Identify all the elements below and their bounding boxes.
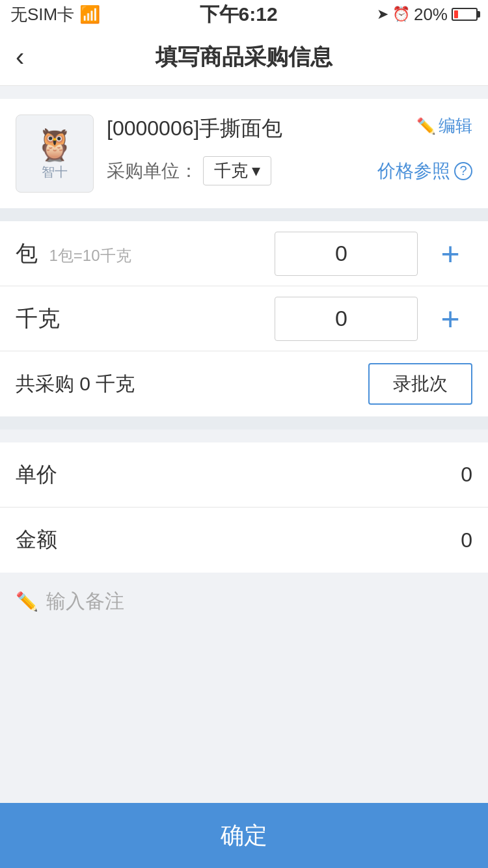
alarm-icon: ⏰ [392, 6, 410, 23]
price-ref-label: 价格参照 [377, 159, 450, 183]
bag-input-row: 包 1包=10千克 + [0, 221, 488, 286]
page-title: 填写商品采购信息 [156, 42, 332, 72]
summary-text: 共采购 0 千克 [16, 371, 135, 398]
unit-price-value: 0 [461, 463, 472, 487]
confirm-bar[interactable]: 确定 [0, 803, 488, 868]
location-icon: ➤ [377, 6, 388, 23]
confirm-button-label: 确定 [221, 820, 267, 852]
kg-label: 千克 [16, 304, 68, 334]
status-right: ➤ ⏰ 20% [377, 5, 478, 25]
bag-plus-button[interactable]: + [428, 232, 472, 276]
status-bar: 无SIM卡 📶 下午6:12 ➤ ⏰ 20% [0, 0, 488, 29]
price-section: 单价 0 金额 0 [0, 442, 488, 573]
unit-price-row: 单价 0 [0, 442, 488, 508]
section-divider-1 [0, 208, 488, 221]
product-logo-icon: 🦉 [35, 127, 74, 163]
pencil-icon: ✏️ [16, 591, 38, 612]
dropdown-arrow-icon: ▾ [252, 161, 260, 181]
battery-percent: 20% [414, 5, 448, 25]
bag-sub-label: 1包=10千克 [49, 247, 131, 264]
product-image: 🦉 智十 [16, 115, 94, 193]
kg-plus-button[interactable]: + [428, 297, 472, 341]
back-button[interactable]: ‹ [16, 42, 24, 72]
nav-bar: ‹ 填写商品采购信息 [0, 29, 488, 86]
remark-section[interactable]: ✏️ 输入备注 [0, 573, 488, 638]
sim-icon: 📶 [79, 5, 100, 25]
batch-label: 录批次 [393, 372, 448, 396]
amount-label: 金额 [16, 526, 57, 554]
main-content: 🦉 智十 [0000006]手撕面包 ✏️ 编辑 采购单位： 千克 ▾ [0, 99, 488, 816]
total-unit: 千克 [96, 373, 135, 394]
kg-field-wrap: + [68, 297, 472, 341]
status-left: 无SIM卡 📶 [10, 3, 100, 26]
kg-input-row: 千克 + [0, 286, 488, 351]
bag-quantity-input[interactable] [275, 232, 418, 276]
unit-price-label: 单价 [16, 461, 57, 489]
logo-text: 智十 [35, 163, 74, 181]
carrier-label: 无SIM卡 [10, 3, 74, 26]
unit-label: 采购单位： 千克 ▾ [107, 156, 271, 185]
edit-icon: ✏️ [416, 117, 436, 135]
price-ref-button[interactable]: 价格参照 ? [377, 159, 472, 183]
kg-quantity-input[interactable] [275, 297, 418, 341]
input-section: 包 1包=10千克 + 千克 + 共采购 0 千克 录批次 [0, 221, 488, 416]
summary-row: 共采购 0 千克 录批次 [0, 351, 488, 416]
batch-button[interactable]: 录批次 [368, 363, 472, 405]
bottom-spacer [0, 638, 488, 703]
info-icon: ? [454, 162, 472, 180]
back-icon: ‹ [16, 42, 24, 71]
product-details: [0000006]手撕面包 ✏️ 编辑 采购单位： 千克 ▾ 价格参照 [107, 115, 472, 185]
total-label: 共采购 [16, 373, 74, 394]
section-divider-2 [0, 416, 488, 429]
bag-label: 包 1包=10千克 [16, 239, 131, 269]
unit-select[interactable]: 千克 ▾ [203, 156, 271, 185]
edit-button[interactable]: ✏️ 编辑 [416, 115, 472, 137]
total-value: 0 [79, 373, 90, 394]
product-card: 🦉 智十 [0000006]手撕面包 ✏️ 编辑 采购单位： 千克 ▾ [0, 99, 488, 208]
bag-field-wrap: + [131, 232, 472, 276]
product-name-row: [0000006]手撕面包 ✏️ 编辑 [107, 115, 472, 143]
unit-label-text: 采购单位： [107, 159, 198, 183]
amount-row: 金额 0 [0, 508, 488, 573]
edit-label: 编辑 [439, 115, 472, 137]
status-time: 下午6:12 [200, 1, 278, 28]
amount-value: 0 [461, 528, 472, 552]
battery-icon [452, 8, 478, 21]
unit-value: 千克 [214, 159, 248, 182]
remark-placeholder: 输入备注 [46, 588, 124, 615]
product-full-name: [0000006]手撕面包 [107, 115, 282, 143]
unit-row: 采购单位： 千克 ▾ 价格参照 ? [107, 156, 472, 185]
